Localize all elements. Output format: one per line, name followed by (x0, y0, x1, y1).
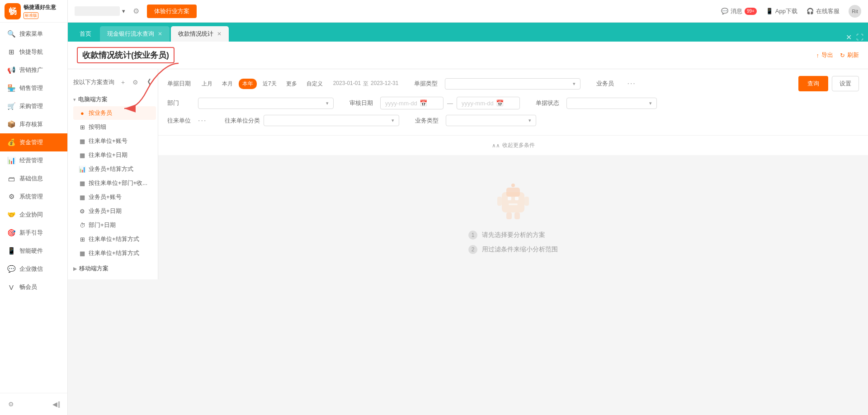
date-tab-last-month[interactable]: 上月 (198, 79, 216, 89)
page-title: 收款情况统计(按业务员) (82, 51, 169, 60)
guide-icon: 🎯 (7, 228, 16, 237)
dept-date-icon: ⏱ (79, 222, 86, 229)
export-btn[interactable]: ↑ 导出 (816, 51, 834, 59)
page-header: 收款情况统计(按业务员) ↑ 导出 ↻ 刷新 (68, 42, 868, 69)
plan-item-unit-account[interactable]: ▦ 往来单位+账号 (73, 134, 156, 148)
sidebar-item-enterprise[interactable]: 🤝 企业协同 (0, 206, 67, 224)
sidebar-item-hardware[interactable]: 📱 智能硬件 (0, 242, 67, 260)
plan-item-staff-account[interactable]: ▦ 业务员+账号 (73, 190, 156, 204)
audit-date-label: 审核日期 (349, 99, 377, 107)
doc-type-arrow: ▾ (573, 81, 576, 87)
dept-select[interactable]: ▾ (198, 98, 334, 109)
plan-item-unit-settle1[interactable]: ⊞ 往来单位+结算方式 (73, 232, 156, 246)
date-tab-custom[interactable]: 自定义 (303, 79, 326, 89)
sidebar-item-system[interactable]: ⚙ 系统管理 (0, 188, 67, 206)
plan-item-unit-dept[interactable]: ▦ 按往来单位+部门+收... (73, 176, 156, 190)
partner-more-btn[interactable]: ··· (198, 117, 207, 125)
date-tab-this-month[interactable]: 本月 (218, 79, 236, 89)
biz-type-arrow: ▾ (528, 118, 531, 123)
online-service-btn[interactable]: 🎧 在线客服 (807, 7, 840, 15)
plan-item-unit-date[interactable]: ▦ 往来单位+日期 (73, 148, 156, 162)
top-header: ▾ ⚙ 体验行业方案 💬 消息 99+ 📱 App下载 🎧 在线客服 Rit (68, 0, 868, 23)
system-icon: ⚙ (7, 192, 16, 201)
mobile-section-arrow: ▶ (73, 266, 77, 272)
svg-rect-8 (506, 212, 512, 219)
date-tab-this-year[interactable]: 本年 (239, 79, 257, 89)
step-num-1: 1 (468, 231, 477, 240)
sidebar-item-inventory[interactable]: 📦 库存核算 (0, 115, 67, 133)
win-maximize-btn[interactable]: ⛶ (856, 33, 863, 42)
query-btn[interactable]: 查询 (798, 76, 828, 91)
plan-collapse-btn[interactable]: 《 (142, 77, 152, 87)
logo-area: 畅 畅捷通好生意 标准版 (0, 0, 67, 23)
plan-item-by-detail[interactable]: ⊞ 按明细 (73, 120, 156, 134)
doc-status-select[interactable]: ▾ (566, 98, 657, 109)
audit-date-end[interactable]: yyyy-mm-dd 📅 (457, 97, 520, 109)
plan-section-pc-header[interactable]: ▾ 电脑端方案 (68, 93, 158, 106)
app-download-btn[interactable]: 📱 App下载 (766, 7, 797, 15)
tab-collection-close[interactable]: ✕ (217, 31, 222, 37)
unit-dept-icon: ▦ (79, 179, 86, 187)
sidebar-item-operation[interactable]: 📊 经营管理 (0, 151, 67, 170)
sidebar-item-finance[interactable]: 💰 资金管理 (0, 133, 67, 151)
header-gear-btn[interactable]: ⚙ (130, 5, 142, 18)
inventory-icon: 📦 (7, 120, 16, 129)
trial-btn[interactable]: 体验行业方案 (147, 5, 197, 18)
step-num-2: 2 (468, 245, 477, 254)
tab-bank-close[interactable]: ✕ (158, 31, 162, 37)
sidebar-collapse-btn[interactable]: ◀‖ (50, 398, 63, 410)
date-tab-more[interactable]: 更多 (283, 79, 301, 89)
dept-label: 部门 (167, 99, 194, 107)
main-right-content: 单据日期 上月 本月 本年 近7天 更多 自定义 (158, 69, 868, 279)
hardware-icon: 📱 (7, 246, 16, 255)
user-avatar[interactable]: Rit (849, 5, 861, 18)
staff-more-btn[interactable]: ··· (627, 80, 636, 88)
refresh-btn[interactable]: ↻ 刷新 (840, 51, 859, 59)
doc-type-select[interactable]: ▾ (445, 78, 580, 90)
purchase-icon: 🛒 (7, 102, 16, 111)
plan-item-by-staff[interactable]: ● 按业务员 (73, 106, 156, 120)
messages-btn[interactable]: 💬 消息 99+ (721, 7, 757, 15)
biz-type-select[interactable]: ▾ (446, 115, 536, 126)
plan-item-staff-settle[interactable]: 📊 业务员+结算方式 (73, 162, 156, 176)
win-close-btn[interactable]: ✕ (846, 33, 852, 42)
collapse-bar: ∧∧ 收起更多条件 (158, 135, 868, 155)
sidebar-bottom: ⚙ ◀‖ (0, 393, 67, 415)
sidebar-item-guide[interactable]: 🎯 新手引导 (0, 224, 67, 242)
plan-item-dept-date[interactable]: ⏱ 部门+日期 (73, 218, 156, 232)
marketing-icon: 📢 (7, 66, 16, 75)
date-label: 单据日期 (167, 80, 194, 88)
plan-settings-btn[interactable]: ⚙ (130, 77, 140, 87)
sidebar-item-marketing[interactable]: 📢 营销推广 (0, 61, 67, 79)
filter-row-1: 单据日期 上月 本月 本年 近7天 更多 自定义 (167, 76, 859, 91)
plan-section-mobile-header[interactable]: ▶ 移动端方案 (68, 262, 158, 275)
settings-btn[interactable]: 设置 (832, 76, 859, 91)
date-tab-last7[interactable]: 近7天 (259, 79, 280, 89)
staff-date-icon: ⚙ (79, 208, 86, 215)
partner-type-select[interactable]: ▾ (264, 115, 399, 126)
svg-rect-5 (509, 203, 518, 205)
by-detail-icon: ⊞ (79, 123, 86, 131)
workspace-selector[interactable]: ▾ (75, 6, 125, 16)
collapse-more-btn[interactable]: ∧∧ 收起更多条件 (492, 139, 535, 151)
tab-home[interactable]: 首页 (72, 26, 99, 42)
audit-date-start[interactable]: yyyy-mm-dd 📅 (380, 97, 443, 109)
doc-status-label: 单据状态 (536, 99, 563, 107)
sidebar-item-vip[interactable]: V 畅会员 (0, 278, 67, 296)
tab-collection[interactable]: 收款情况统计 ✕ (171, 26, 229, 42)
plan-items-pc: ● 按业务员 ⊞ 按明细 ▦ 往来单位+账号 ▦ (68, 106, 158, 260)
tab-bank[interactable]: 现金银行流水查询 ✕ (100, 26, 170, 42)
sidebar-item-quicknav[interactable]: ⊞ 快捷导航 (0, 43, 67, 61)
plan-item-staff-date[interactable]: ⚙ 业务员+日期 (73, 204, 156, 218)
staff-label: 业务员 (596, 80, 623, 88)
plan-add-btn[interactable]: + (118, 77, 128, 87)
sidebar-item-purchase[interactable]: 🛒 采购管理 (0, 97, 67, 115)
sidebar-item-search[interactable]: 🔍 搜索菜单 (0, 25, 67, 43)
sidebar-settings-btn[interactable]: ⚙ (5, 398, 17, 410)
sidebar-item-sales[interactable]: 🏪 销售管理 (0, 79, 67, 97)
plan-item-unit-settle2[interactable]: ▦ 往来单位+结算方式 (73, 246, 156, 260)
sidebar-item-base[interactable]: 🗃 基础信息 (0, 170, 67, 188)
sidebar-item-wechat[interactable]: 💬 企业微信 (0, 260, 67, 278)
main-area: ▾ ⚙ 体验行业方案 💬 消息 99+ 📱 App下载 🎧 在线客服 Rit (68, 0, 868, 415)
app-icon: 📱 (766, 8, 773, 14)
